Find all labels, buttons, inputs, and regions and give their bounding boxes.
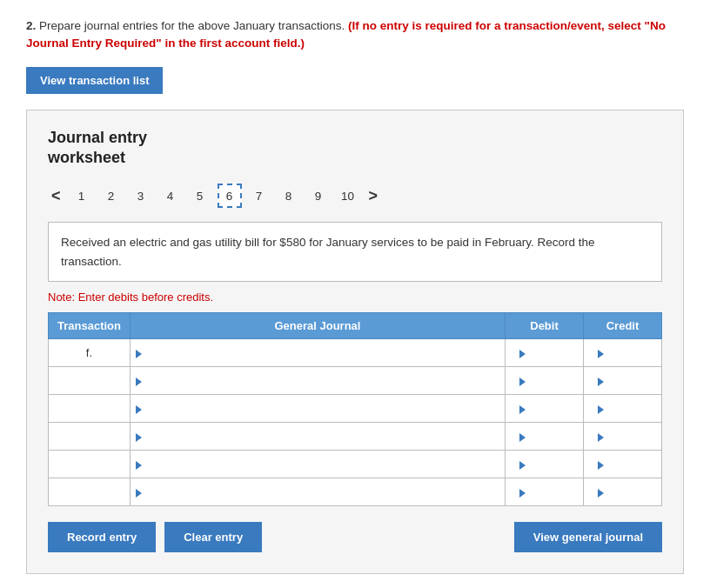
table-row [49,367,662,395]
transaction-cell-5 [49,451,131,478]
general-journal-cell-5[interactable] [130,451,505,478]
credit-input-1[interactable] [609,346,656,359]
general-journal-input-5[interactable] [147,458,438,471]
col-header-debit: Debit [506,313,584,339]
triangle-icon-credit-2 [598,378,604,386]
instruction-normal: Prepare journal entries for the above Ja… [39,19,345,32]
credit-cell-4[interactable] [584,423,662,451]
description-text: Received an electric and gas utility bil… [61,236,595,268]
page-1[interactable]: 1 [70,184,94,208]
debit-input-3[interactable] [531,402,578,415]
page-4[interactable]: 4 [158,184,183,208]
credit-input-2[interactable] [609,374,656,387]
instruction-text: 2. Prepare journal entries for the above… [26,17,684,53]
debit-cell-2[interactable] [506,367,584,395]
general-journal-input-4[interactable] [147,430,438,443]
transaction-cell-2 [49,367,131,395]
credit-cell-2[interactable] [584,367,662,395]
col-header-general-journal: General Journal [130,313,505,339]
credit-input-4[interactable] [609,430,656,443]
next-page-button[interactable]: > [365,187,382,205]
credit-input-5[interactable] [609,458,656,471]
triangle-icon-credit-1 [598,350,604,358]
table-row [49,395,662,423]
general-journal-input-2[interactable] [147,374,438,387]
view-general-journal-button[interactable]: View general journal [514,522,662,552]
triangle-icon-debit-5 [519,461,526,470]
general-journal-cell-2[interactable] [130,367,505,395]
triangle-icon-2 [136,378,142,386]
page-3[interactable]: 3 [129,184,153,208]
general-journal-cell-4[interactable] [130,423,505,451]
triangle-icon-3 [136,405,142,414]
general-journal-input-1[interactable] [147,346,438,359]
debit-cell-5[interactable] [506,451,584,478]
general-journal-cell-6[interactable] [130,478,505,506]
page-10[interactable]: 10 [336,184,360,208]
record-entry-button[interactable]: Record entry [48,522,156,552]
page-8[interactable]: 8 [277,184,301,208]
col-header-credit: Credit [584,313,662,339]
triangle-icon-credit-5 [598,461,604,470]
prev-page-button[interactable]: < [48,187,64,205]
credit-input-6[interactable] [609,485,656,498]
general-journal-input-6[interactable] [147,485,438,498]
debit-cell-4[interactable] [506,423,584,451]
debit-cell-3[interactable] [506,395,584,423]
triangle-icon-credit-4 [598,433,604,442]
table-row [49,478,662,506]
triangle-icon-1 [136,350,142,358]
instruction-number: 2. [26,19,36,32]
view-transaction-button[interactable]: View transaction list [26,67,163,94]
triangle-icon-6 [136,489,142,498]
table-row [49,423,662,451]
triangle-icon-debit-3 [519,405,526,414]
triangle-icon-credit-6 [598,489,604,498]
page-7[interactable]: 7 [247,184,271,208]
debit-input-5[interactable] [531,458,578,471]
transaction-cell-1: f. [49,339,131,367]
debit-input-4[interactable] [531,430,578,443]
col-header-transaction: Transaction [49,313,131,339]
transaction-cell-6 [49,478,131,506]
transaction-cell-4 [49,423,131,451]
debit-cell-6[interactable] [506,478,584,506]
triangle-icon-5 [136,461,142,470]
credit-cell-3[interactable] [584,395,662,423]
clear-entry-button[interactable]: Clear entry [164,522,262,552]
debit-input-1[interactable] [531,346,578,359]
transaction-cell-3 [49,395,131,423]
triangle-icon-debit-2 [519,378,526,386]
triangle-icon-credit-3 [598,405,604,414]
general-journal-input-3[interactable] [147,402,438,415]
worksheet-container: Journal entry worksheet < 1 2 3 4 5 6 7 … [26,110,684,575]
actions-row: Record entry Clear entry View general jo… [48,522,662,552]
credit-cell-5[interactable] [584,451,662,478]
description-box: Received an electric and gas utility bil… [48,222,662,282]
triangle-icon-debit-6 [519,489,526,498]
journal-table: Transaction General Journal Debit Credit… [48,312,662,506]
pagination: < 1 2 3 4 5 6 7 8 9 10 > [48,184,662,208]
credit-cell-6[interactable] [584,478,662,506]
worksheet-title: Journal entry worksheet [48,128,662,169]
debit-input-2[interactable] [531,374,578,387]
general-journal-cell-1[interactable] [130,339,505,367]
credit-cell-1[interactable] [584,339,662,367]
triangle-icon-4 [136,433,142,442]
table-row: f. [49,339,662,367]
triangle-icon-debit-4 [519,433,526,442]
page-5[interactable]: 5 [188,184,212,208]
credit-input-3[interactable] [609,402,656,415]
page-2[interactable]: 2 [99,184,124,208]
note-text: Note: Enter debits before credits. [48,291,662,304]
general-journal-cell-3[interactable] [130,395,505,423]
table-row [49,451,662,478]
page-6[interactable]: 6 [218,184,242,208]
triangle-icon-debit-1 [519,350,526,358]
debit-input-6[interactable] [531,485,578,498]
debit-cell-1[interactable] [506,339,584,367]
page-9[interactable]: 9 [306,184,331,208]
